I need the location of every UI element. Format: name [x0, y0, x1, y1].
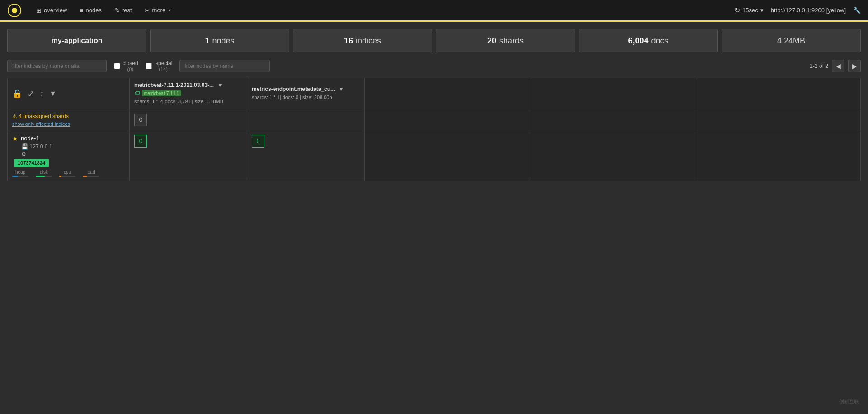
indices-count: 16 — [344, 36, 353, 46]
special-checkbox[interactable] — [146, 63, 152, 69]
node-metrics: heap disk cpu — [12, 170, 125, 177]
main-content: my-application 1 nodes 16 indices 20 sha… — [0, 22, 868, 188]
refresh-icon: ↻ — [734, 6, 740, 14]
refresh-selector[interactable]: ↻ 15sec ▾ — [734, 6, 764, 14]
cpu-bar-fill — [59, 176, 61, 177]
nav-more[interactable]: ✂ more ▾ — [139, 4, 177, 17]
docs-label: docs — [651, 36, 669, 46]
index1-header: metricbeat-7.11.1-2021.03.03-... ▼ 🏷 met… — [130, 78, 247, 109]
next-icon: ▶ — [852, 62, 857, 70]
ip-icon: 💾 — [21, 143, 28, 150]
stat-indices: 16 indices — [293, 29, 432, 52]
star-icon: ★ — [12, 135, 18, 142]
shards-grid: 🔒 ⤢ ↕ ▼ metricbeat-7.11.1-2021.03.03-...… — [7, 78, 861, 181]
load-label: load — [87, 170, 95, 175]
nav-nodes[interactable]: ≡ nodes — [74, 4, 107, 17]
ip-value: 127.0.0.1 — [29, 143, 52, 150]
index1-dropdown-arrow[interactable]: ▼ — [217, 82, 223, 88]
unassigned-shard1-cell: 0 — [130, 109, 247, 131]
wrench-icon[interactable]: 🔧 — [853, 7, 861, 14]
unassigned-row: ⚠ 4 unassigned shards show only affected… — [8, 109, 861, 131]
heap-label: heap — [15, 170, 25, 175]
index2-meta: shards: 1 * 1| docs: 0 | size: 208.00b — [252, 94, 360, 101]
unassigned-shard2-cell — [247, 109, 365, 131]
app-logo[interactable] — [7, 3, 22, 18]
lock-icon[interactable]: 🔒 — [12, 89, 22, 99]
special-checkbox-label[interactable]: .special (14) — [146, 60, 173, 72]
sort-az-icon[interactable]: ↕ — [40, 89, 44, 98]
unassigned-empty3 — [365, 109, 530, 131]
closed-checkbox[interactable] — [114, 63, 120, 69]
unassigned-shard-num: 0 — [139, 117, 142, 123]
next-page-button[interactable]: ▶ — [848, 60, 861, 72]
top-navigation: ⊞ overview ≡ nodes ✎ rest ✂ more ▾ ↻ 15s… — [0, 0, 868, 22]
node-shard-box-1: 0 — [134, 135, 147, 148]
nav-overview[interactable]: ⊞ overview — [31, 4, 72, 17]
nav-rest[interactable]: ✎ rest — [109, 4, 137, 17]
unassigned-text: 4 unassigned shards — [19, 113, 69, 119]
filter-indices-input[interactable] — [7, 60, 107, 72]
unassigned-empty4 — [530, 109, 695, 131]
size-value: 4.24MB — [777, 36, 805, 46]
node-cell: ★ node-1 💾 127.0.0.1 ⚙ 1073741824 heap — [8, 131, 130, 181]
node-shard-index2-cell: 0 — [247, 131, 365, 181]
stat-shards: 20 shards — [436, 29, 575, 52]
node-empty4 — [530, 131, 695, 181]
load-bar-fill — [83, 176, 87, 177]
nodes-icon: ≡ — [80, 7, 83, 14]
node-shard-box-2: 0 — [252, 135, 264, 148]
tag-icon: 🏷 — [134, 90, 140, 96]
closed-checkbox-label[interactable]: closed (0) — [114, 60, 138, 72]
stats-row: my-application 1 nodes 16 indices 20 sha… — [7, 29, 861, 52]
empty-col-5 — [695, 78, 861, 109]
node-empty5 — [695, 131, 861, 181]
disk-bar — [36, 176, 52, 177]
stat-size: 4.24MB — [722, 29, 861, 52]
nav-nodes-label: nodes — [85, 7, 101, 14]
unassigned-empty5 — [695, 109, 861, 131]
index1-tag: metricbeat-7.11.1 — [142, 90, 181, 96]
indices-label: indices — [356, 36, 381, 46]
store-icon: ⚙ — [21, 151, 26, 157]
disk-label: disk — [40, 170, 48, 175]
index1-meta: shards: 1 * 2| docs: 3,791 | size: 1.18M… — [134, 98, 223, 105]
nodes-count: 1 — [205, 36, 209, 46]
closed-label: closed — [123, 60, 138, 67]
overview-icon: ⊞ — [36, 7, 42, 14]
stat-nodes: 1 nodes — [150, 29, 289, 52]
expand-icon[interactable]: ⤢ — [28, 89, 34, 99]
stat-docs: 6,004 docs — [579, 29, 718, 52]
empty-col-4 — [530, 78, 695, 109]
index1-name: metricbeat-7.11.1-2021.03.03-... — [134, 82, 214, 88]
heap-metric: heap — [12, 170, 28, 177]
node-id-badge: 1073741824 — [14, 159, 49, 167]
index2-name: metrics-endpoint.metadata_cu... — [252, 86, 335, 92]
sort-dropdown-icon[interactable]: ▼ — [49, 90, 57, 98]
filter-row: closed (0) .special (14) 1-2 of 2 ◀ ▶ — [7, 60, 861, 72]
empty-col-3 — [365, 78, 530, 109]
nav-overview-label: overview — [44, 7, 67, 14]
nav-items: ⊞ overview ≡ nodes ✎ rest ✂ more ▾ — [31, 4, 734, 17]
node-shard-1-num: 0 — [139, 138, 142, 144]
unassigned-label: ⚠ 4 unassigned shards — [12, 113, 125, 119]
filter-nodes-input[interactable] — [179, 60, 270, 72]
refresh-dropdown-icon: ▾ — [760, 7, 764, 14]
node-store: ⚙ — [21, 151, 125, 157]
disk-bar-fill — [36, 176, 45, 177]
cpu-label: cpu — [64, 170, 71, 175]
node-ip: 💾 127.0.0.1 — [21, 143, 125, 150]
shards-count: 20 — [487, 36, 496, 46]
stat-appname: my-application — [7, 29, 146, 52]
nav-right: ↻ 15sec ▾ http://127.0.0.1:9200 [yellow]… — [734, 6, 861, 14]
warning-icon: ⚠ — [12, 113, 17, 119]
special-label: .special — [154, 60, 173, 67]
docs-count: 6,004 — [628, 36, 648, 46]
index2-dropdown-arrow[interactable]: ▼ — [339, 86, 344, 92]
prev-page-button[interactable]: ◀ — [832, 60, 844, 72]
rest-icon: ✎ — [114, 7, 120, 14]
index2-header: metrics-endpoint.metadata_cu... ▼ shards… — [247, 78, 365, 109]
more-dropdown-icon: ▾ — [169, 8, 171, 13]
affected-link[interactable]: show only affected indices — [12, 121, 70, 127]
heap-bar-fill — [12, 176, 18, 177]
node-shard-2-num: 0 — [257, 138, 260, 144]
